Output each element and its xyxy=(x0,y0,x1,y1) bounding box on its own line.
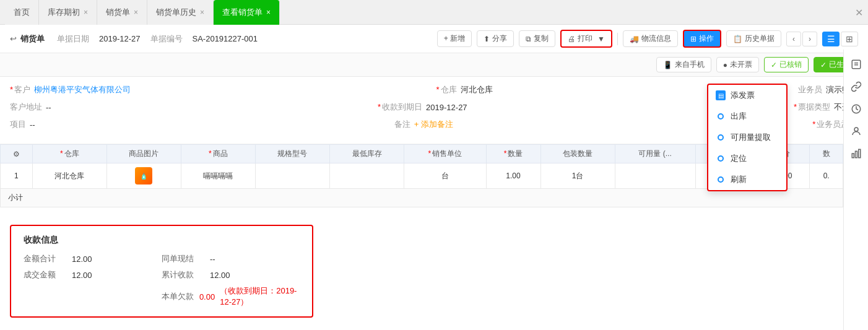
tab-view-sales-close[interactable]: × xyxy=(266,8,271,17)
row-package-qty: 1台 xyxy=(540,163,615,189)
tab-sales-history-label: 销货单历史 xyxy=(156,7,196,18)
copy-button[interactable]: ⧉ 复制 xyxy=(519,30,555,47)
not-open-button[interactable]: ● 未开票 xyxy=(716,57,759,72)
prev-button[interactable]: ‹ xyxy=(786,32,801,46)
operation-button[interactable]: ⊞ 操作 xyxy=(683,30,721,48)
col-amount: 数 xyxy=(810,145,843,163)
row-available xyxy=(615,163,695,189)
total-row: 金额合计 12.00 xyxy=(24,253,162,264)
sidebar-icon-link[interactable] xyxy=(846,77,866,97)
logistics-button[interactable]: 🚚 物流信息 xyxy=(623,30,678,47)
print-icon: 🖨 xyxy=(568,35,575,43)
print-button[interactable]: 🖨 打印 ▼ xyxy=(560,30,612,48)
note-add-button[interactable]: + 添加备注 xyxy=(414,119,453,130)
collection-box: 收款信息 金额合计 12.00 同单现结 -- 成交金额 12.00 累计收款 … xyxy=(10,225,313,318)
confirm-button[interactable]: ✓ 已核销 xyxy=(764,57,809,72)
dropdown-add-invoice[interactable]: ▤ 添发票 xyxy=(708,85,786,106)
due-value: 0.00 xyxy=(199,292,215,302)
due-date-note: （收款到期日：2019-12-27） xyxy=(220,285,300,308)
col-spec: 规格型号 xyxy=(255,145,329,163)
copy-icon: ⧉ xyxy=(526,35,531,43)
row-qty: 1.00 xyxy=(486,163,540,189)
note-field: 备注 + 添加备注 xyxy=(394,119,453,130)
project-label: 项目 xyxy=(10,119,26,130)
due-date-field: 收款到期日 2019-12-27 xyxy=(378,102,467,113)
tab-view-sales-label: 查看销货单 xyxy=(222,7,263,18)
number-value: SA-20191227-001 xyxy=(193,34,258,43)
warehouse-label: 仓库 xyxy=(436,84,457,95)
toolbar-divider xyxy=(617,33,618,45)
col-min-stock: 最低库存 xyxy=(330,145,404,163)
tab-view-sales[interactable]: 查看销货单 × xyxy=(214,0,280,25)
subtotal-row: 小计 xyxy=(1,189,843,207)
address-label: 客户地址 xyxy=(10,102,42,113)
history-button[interactable]: 📋 历史单据 xyxy=(726,30,781,47)
collection-grid: 金额合计 12.00 同单现结 -- 成交金额 12.00 累计收款 12.00 xyxy=(24,253,300,308)
phone-icon: 📱 xyxy=(663,61,672,69)
operation-icon: ⊞ xyxy=(690,35,697,43)
project-field: 项目 -- xyxy=(10,119,35,130)
dropdown-locate[interactable]: 定位 xyxy=(708,148,786,169)
row-product: 嗝嗝嗝嗝 xyxy=(181,163,255,189)
transaction-label: 成交金额 xyxy=(24,269,67,280)
date-value: 2019-12-27 xyxy=(99,34,141,43)
project-value: -- xyxy=(30,120,35,129)
copy-label: 复制 xyxy=(534,33,549,44)
list-view-button[interactable]: ☰ xyxy=(822,32,840,46)
tab-sales-close[interactable]: × xyxy=(134,8,138,17)
sidebar-icon-user[interactable] xyxy=(846,121,866,141)
share-button[interactable]: ⬆ 分享 xyxy=(477,30,514,47)
transaction-value: 12.00 xyxy=(72,271,92,280)
cumulative-value: 12.00 xyxy=(210,271,230,280)
subtotal-label: 小计 xyxy=(1,189,843,207)
logistics-label: 物流信息 xyxy=(641,33,671,44)
tab-home[interactable]: 首页 xyxy=(5,0,39,25)
tab-sales-history-close[interactable]: × xyxy=(200,8,204,17)
svg-rect-6 xyxy=(855,151,857,158)
due-date-value: 2019-12-27 xyxy=(426,103,467,112)
address-value: -- xyxy=(46,103,51,112)
tab-inventory[interactable]: 库存期初 × xyxy=(39,0,97,25)
nav-arrows: ‹ › xyxy=(786,32,817,46)
tab-sales-label: 销货单 xyxy=(106,7,130,18)
tab-bar-close-button[interactable]: ✕ xyxy=(855,6,863,18)
dropdown-refresh[interactable]: 刷新 xyxy=(708,169,786,190)
due-date-label: 收款到期日 xyxy=(378,102,422,113)
grid-view-button[interactable]: ⊞ xyxy=(841,32,858,46)
number-label: 单据编号 xyxy=(150,33,183,45)
sidebar-icon-chart[interactable] xyxy=(846,144,866,163)
tab-sales[interactable]: 销货单 × xyxy=(97,0,147,25)
cumulative-label: 累计收款 xyxy=(162,269,205,280)
col-package-qty: 包装数量 xyxy=(540,145,615,163)
staff-label: 业务员 xyxy=(798,84,822,95)
due-row: 本单欠款 0.00 （收款到期日：2019-12-27） xyxy=(162,285,300,308)
tab-sales-history[interactable]: 销货单历史 × xyxy=(147,0,214,25)
customer-field: 客户 柳州粤港平安气体有限公司 xyxy=(10,84,131,95)
dropdown-menu: ▤ 添发票 出库 可用量提取 定位 xyxy=(707,84,788,191)
print-dropdown-arrow: ▼ xyxy=(597,35,605,43)
customer-value[interactable]: 柳州粤港平安气体有限公司 xyxy=(34,84,131,95)
dropdown-outbound[interactable]: 出库 xyxy=(708,106,786,127)
available-qty-icon xyxy=(716,132,726,142)
address-field: 客户地址 -- xyxy=(10,102,51,113)
tab-inventory-close[interactable]: × xyxy=(84,8,88,17)
doc-meta: 单据日期 2019-12-27 单据编号 SA-20191227-001 xyxy=(57,33,258,45)
share-icon: ⬆ xyxy=(484,35,490,43)
dropdown-available-qty[interactable]: 可用量提取 xyxy=(708,127,786,148)
warehouse-value: 河北仓库 xyxy=(461,84,493,95)
from-phone-button[interactable]: 📱 来自手机 xyxy=(656,57,711,72)
next-button[interactable]: › xyxy=(802,32,817,46)
sidebar-icon-history[interactable] xyxy=(846,99,866,119)
new-button[interactable]: + 新增 xyxy=(437,30,472,47)
svg-rect-7 xyxy=(858,149,860,158)
outbound-icon xyxy=(716,111,726,121)
sidebar-icon-doc[interactable] xyxy=(846,54,866,74)
col-qty: 数量 xyxy=(486,145,540,163)
bill-type-label: 票据类型 xyxy=(794,102,830,113)
row-min-stock xyxy=(330,163,404,189)
product-image: 🧴 xyxy=(135,167,152,185)
col-warehouse: 仓库 xyxy=(32,145,106,163)
note-label: 备注 xyxy=(394,119,410,130)
col-settings[interactable]: ⚙ xyxy=(1,145,33,163)
row-index: 1 xyxy=(1,163,33,189)
